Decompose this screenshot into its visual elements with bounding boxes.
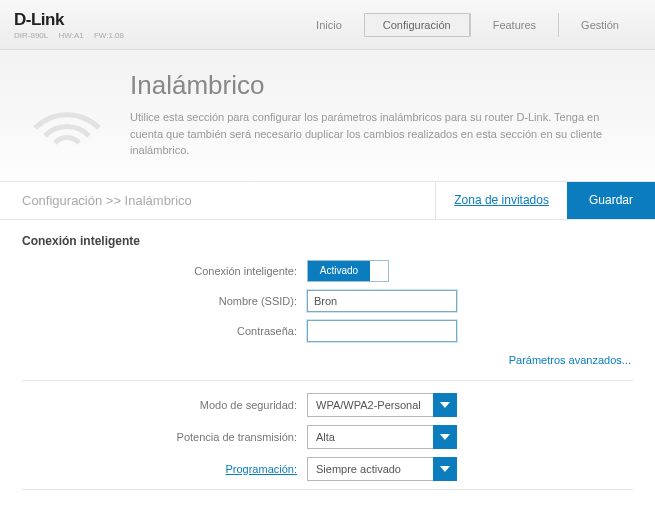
guest-zone-link[interactable]: Zona de invitados <box>435 182 567 219</box>
brand-logo: D-Link <box>14 10 132 30</box>
model-info: DIR-890L HW:A1 FW:1.08 <box>14 31 132 40</box>
row-security: Modo de seguridad: WPA/WPA2-Personal <box>22 393 633 417</box>
logo-block: D-Link DIR-890L HW:A1 FW:1.08 <box>14 10 132 40</box>
row-password: Contraseña: <box>22 320 633 342</box>
ssid-input[interactable] <box>307 290 457 312</box>
chevron-down-icon[interactable] <box>433 457 457 481</box>
model-fw: FW:1.08 <box>94 31 124 40</box>
content-area: Conexión inteligente Conexión inteligent… <box>0 220 655 508</box>
page-title: Inalámbrico <box>130 70 633 101</box>
label-ssid: Nombre (SSID): <box>22 295 307 307</box>
row-schedule: Programación: Siempre activado <box>22 457 633 481</box>
row-power: Potencia de transmisión: Alta <box>22 425 633 449</box>
toggle-smart-connect[interactable]: Activado <box>307 260 389 282</box>
hero-text: Inalámbrico Utilice esta sección para co… <box>130 70 633 159</box>
label-password: Contraseña: <box>22 325 307 337</box>
save-button[interactable]: Guardar <box>567 182 655 219</box>
chevron-down-icon[interactable] <box>433 425 457 449</box>
select-power[interactable]: Alta <box>307 425 457 449</box>
breadcrumb: Configuración >> Inalámbrico <box>22 182 435 219</box>
label-security: Modo de seguridad: <box>22 399 307 411</box>
nav-features[interactable]: Features <box>470 13 558 37</box>
row-smart-connect: Conexión inteligente: Activado <box>22 260 633 282</box>
toggle-handle <box>370 261 388 281</box>
password-input[interactable] <box>307 320 457 342</box>
header-bar: D-Link DIR-890L HW:A1 FW:1.08 Inicio Con… <box>0 0 655 50</box>
label-schedule-link[interactable]: Programación: <box>22 463 307 475</box>
model-name: DIR-890L <box>14 31 48 40</box>
label-power: Potencia de transmisión: <box>22 431 307 443</box>
breadcrumb-row: Configuración >> Inalámbrico Zona de inv… <box>0 182 655 220</box>
nav-home[interactable]: Inicio <box>294 13 364 37</box>
row-ssid: Nombre (SSID): <box>22 290 633 312</box>
select-schedule[interactable]: Siempre activado <box>307 457 457 481</box>
advanced-params-link[interactable]: Parámetros avanzados... <box>509 354 631 366</box>
label-smart: Conexión inteligente: <box>22 265 307 277</box>
section-smart-title: Conexión inteligente <box>22 234 633 248</box>
page-desc: Utilice esta sección para configurar los… <box>130 109 633 159</box>
toggle-on-label: Activado <box>308 261 370 281</box>
nav-config[interactable]: Configuración <box>364 13 470 37</box>
select-security[interactable]: WPA/WPA2-Personal <box>307 393 457 417</box>
top-nav: Inicio Configuración Features Gestión <box>132 13 641 37</box>
select-security-value: WPA/WPA2-Personal <box>307 393 433 417</box>
advanced-link-row: Parámetros avanzados... <box>22 350 633 374</box>
section-divider <box>22 380 633 381</box>
model-hw: HW:A1 <box>58 31 83 40</box>
select-schedule-value: Siempre activado <box>307 457 433 481</box>
select-power-value: Alta <box>307 425 433 449</box>
wifi-icon <box>22 70 112 159</box>
section-divider-2 <box>22 489 633 490</box>
hero-section: Inalámbrico Utilice esta sección para co… <box>0 50 655 182</box>
nav-mgmt[interactable]: Gestión <box>558 13 641 37</box>
chevron-down-icon[interactable] <box>433 393 457 417</box>
